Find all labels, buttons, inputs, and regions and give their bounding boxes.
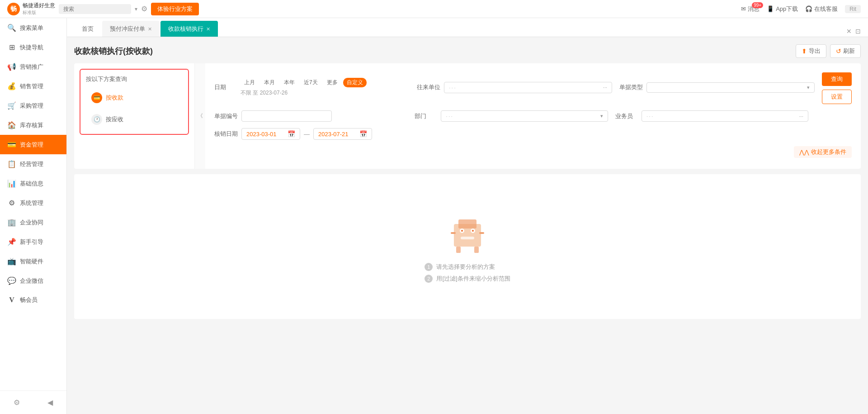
sidebar-label-hardware: 智能硬件 <box>20 257 43 266</box>
sidebar-item-purchase[interactable]: 🛒 采购管理 <box>0 96 66 115</box>
sidebar-label-search: 搜索菜单 <box>20 24 43 32</box>
beginner-icon: 📌 <box>7 238 16 246</box>
filter-option-by-receipt[interactable]: 💳 按收款 <box>86 89 183 107</box>
date-start-input[interactable]: 2023-03-01 📅 <box>241 128 300 140</box>
sidebar-settings-icon[interactable]: ⚙ <box>10 395 24 410</box>
filter-option-by-receivable[interactable]: 🕐 按应收 <box>86 110 183 128</box>
date-pill-more[interactable]: 更多 <box>323 78 341 87</box>
filter-row-1: 日期 上月 本月 本年 近7天 更多 自定义 不限 至 <box>214 71 852 104</box>
filter-docnum-input[interactable] <box>241 110 332 122</box>
page-title: 收款核销执行(按收款) <box>74 46 153 57</box>
service-icon: 🎧 <box>805 5 812 12</box>
sidebar-item-operations[interactable]: 📋 经营管理 <box>0 154 66 174</box>
export-btn[interactable]: ⬆ 导出 <box>796 44 826 58</box>
gear-icon[interactable]: ⚙ <box>141 5 147 13</box>
sidebar-label-wechat: 企业微信 <box>20 277 43 285</box>
tab-home-label: 首页 <box>82 25 94 33</box>
sidebar-item-inventory[interactable]: 🏠 库存核算 <box>0 115 66 135</box>
dropdown-chevron-icon[interactable]: ▾ <box>135 6 137 12</box>
sales-icon: 💰 <box>7 82 16 90</box>
filter-sidebar: 按以下方案查询 💳 按收款 <box>82 71 186 132</box>
tab-receipt-offset-label: 收款核销执行 <box>168 25 203 33</box>
tab-bar: 首页 预付冲应付单 ✕ 收款核销执行 ✕ ✕ ⊡ <box>67 18 868 37</box>
collapse-more-btn[interactable]: ⋀⋀ 收起更多条件 <box>794 146 852 158</box>
cal-start-icon: 📅 <box>288 130 295 138</box>
filter-dept-select[interactable]: ··· ▾ <box>441 110 608 122</box>
filter-row-2: 单据编号 部门 ··· ▾ 业务员 <box>214 110 852 122</box>
tab-receipt-offset[interactable]: 收款核销执行 ✕ <box>160 21 218 37</box>
filter-settings-btn[interactable]: 设置 <box>822 90 852 104</box>
filter-partner-item: 往来单位 ··· ··· <box>417 82 612 93</box>
refresh-btn[interactable]: ↺ 刷新 <box>830 44 861 58</box>
brand-sub: 标准版 <box>23 10 55 16</box>
date-pill-this-month[interactable]: 本月 <box>260 78 278 87</box>
sidebar-label-sales: 销售管理 <box>20 82 43 90</box>
svg-rect-7 <box>456 247 461 253</box>
tab-prepay-close-icon[interactable]: ✕ <box>148 26 152 32</box>
sidebar-item-member[interactable]: V 畅会员 <box>0 290 66 309</box>
date-pills: 上月 本月 本年 近7天 更多 自定义 <box>241 78 367 87</box>
collapse-up-icon: ⋀⋀ <box>799 149 809 156</box>
filter-partner-select[interactable]: ··· ··· <box>444 82 612 93</box>
tab-close-all-icon[interactable]: ✕ <box>846 28 852 35</box>
date-pill-custom[interactable]: 自定义 <box>343 78 367 87</box>
tab-prepay-label: 预付冲应付单 <box>110 25 145 33</box>
by-receivable-icon: 🕐 <box>91 114 102 125</box>
filter-doctype-select[interactable]: ▾ <box>646 82 815 93</box>
sidebar-label-basic: 基础信息 <box>20 180 43 188</box>
search-icon: 🔍 <box>7 24 16 32</box>
sidebar-item-wechat[interactable]: 💬 企业微信 <box>0 271 66 290</box>
online-service-link[interactable]: 🎧 在线客服 <box>805 5 838 13</box>
user-avatar[interactable]: Rit <box>845 5 861 13</box>
date-pill-7days[interactable]: 近7天 <box>300 78 321 87</box>
filter-offsetdate-item: 核销日期 2023-03-01 📅 — 2023-07-21 📅 <box>214 128 852 140</box>
logo-icon: 畅 <box>7 3 20 15</box>
wechat-icon: 💬 <box>7 276 16 285</box>
tab-expand-icon[interactable]: ⊡ <box>855 28 861 35</box>
filter-sidebar-border: 按以下方案查询 💳 按收款 <box>80 69 189 135</box>
tip-num-1: 1 <box>425 263 433 271</box>
tab-receipt-offset-close-icon[interactable]: ✕ <box>206 26 210 32</box>
sidebar-item-marketing[interactable]: 📢 营销推广 <box>0 57 66 76</box>
app-icon: 📱 <box>767 5 774 12</box>
sidebar-item-finance[interactable]: 💳 资金管理 <box>0 135 66 154</box>
tab-prepay[interactable]: 预付冲应付单 ✕ <box>102 21 160 37</box>
finance-icon: 💳 <box>7 140 16 149</box>
svg-point-5 <box>472 230 474 232</box>
purchase-icon: 🛒 <box>7 101 16 110</box>
industry-btn[interactable]: 体验行业方案 <box>151 3 199 15</box>
sidebar-item-basic[interactable]: 📊 基础信息 <box>0 174 66 193</box>
sidebar-item-search[interactable]: 🔍 搜索菜单 <box>0 18 66 38</box>
brand-info: 畅捷通好生意 标准版 <box>23 2 55 16</box>
sidebar-item-enterprise[interactable]: 🏢 企业协同 <box>0 213 66 232</box>
date-pill-this-year[interactable]: 本年 <box>280 78 298 87</box>
sidebar-item-hardware[interactable]: 📺 智能硬件 <box>0 252 66 271</box>
date-end-input[interactable]: 2023-07-21 📅 <box>313 128 372 140</box>
search-input[interactable] <box>59 4 131 14</box>
messages-btn[interactable]: ✉ 消息 99+ <box>741 5 760 13</box>
basic-icon: 📊 <box>7 179 16 188</box>
filter-collapse-btn[interactable]: 《 <box>194 63 205 169</box>
sidebar-item-system[interactable]: ⚙ 系统管理 <box>0 193 66 213</box>
date-pill-last-month[interactable]: 上月 <box>241 78 259 87</box>
svg-rect-1 <box>458 219 476 228</box>
page-content: 收款核销执行(按收款) ⬆ 导出 ↺ 刷新 <box>67 37 868 414</box>
filter-docnum-item: 单据编号 <box>214 110 407 122</box>
sidebar-label-marketing: 营销推广 <box>20 63 43 71</box>
by-receipt-icon: 💳 <box>91 92 102 103</box>
filter-dept-item: 部门 ··· ▾ <box>415 110 608 122</box>
query-btn[interactable]: 查询 <box>822 72 852 86</box>
topbar-left: 畅 畅捷通好生意 标准版 ▾ ⚙ 体验行业方案 <box>7 2 199 16</box>
sidebar-item-sales[interactable]: 💰 销售管理 <box>0 76 66 96</box>
sidebar-collapse-icon[interactable]: ◀ <box>44 395 57 410</box>
app-download-link[interactable]: 📱 App下载 <box>767 5 798 13</box>
sidebar-item-beginner[interactable]: 📌 新手引导 <box>0 232 66 252</box>
topbar: 畅 畅捷通好生意 标准版 ▾ ⚙ 体验行业方案 ✉ 消息 99+ 📱 App下载… <box>0 0 868 18</box>
sidebar-item-nav[interactable]: ⊞ 快捷导航 <box>0 38 66 57</box>
inventory-icon: 🏠 <box>7 121 16 129</box>
tab-home[interactable]: 首页 <box>74 21 101 37</box>
enterprise-icon: 🏢 <box>7 218 16 227</box>
filter-date-item: 日期 上月 本月 本年 近7天 更多 自定义 不限 至 <box>214 78 410 97</box>
messages-badge: 99+ <box>752 2 763 8</box>
filter-employee-select[interactable]: ··· ··· <box>642 110 808 122</box>
